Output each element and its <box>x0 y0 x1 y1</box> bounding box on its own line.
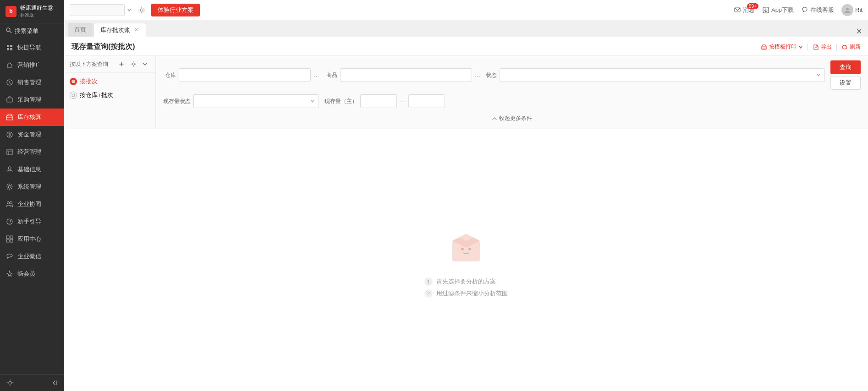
sidebar-item-label: 资金管理 <box>17 130 41 139</box>
operations-icon <box>5 148 14 156</box>
sidebar-footer <box>0 374 64 391</box>
warehouse-label: 仓库 <box>163 71 176 79</box>
sidebar-nav: 快捷导航 营销推广 销售管理 采购管理 <box>0 39 64 374</box>
query-btn[interactable]: 查询 <box>830 60 861 74</box>
sidebar-item-marketing[interactable]: 营销推广 <box>0 56 64 74</box>
tab-inventory-batch[interactable]: 库存批次账 ✕ <box>93 23 146 37</box>
goods-more-btn[interactable]: … <box>475 72 480 78</box>
sidebar-item-operations[interactable]: 经营管理 <box>0 143 64 161</box>
sidebar-item-basic[interactable]: 基础信息 <box>0 161 64 178</box>
user-avatar-btn[interactable]: Rit <box>841 4 863 16</box>
sidebar-item-enterprise-wechat[interactable]: 企业微信 <box>0 248 64 265</box>
empty-hint-2: 2 用过滤条件来缩小分析范围 <box>424 289 508 298</box>
sidebar-item-finance[interactable]: 资金管理 <box>0 126 64 143</box>
app-download-btn[interactable]: App下载 <box>762 6 794 14</box>
filter-sidebar: 按以下方案查询 <box>64 56 156 129</box>
svg-point-31 <box>846 8 849 11</box>
panel-close-btn[interactable]: ✕ <box>853 26 864 37</box>
refresh-label: 刷新 <box>850 43 861 51</box>
sidebar-item-label: 销售管理 <box>17 78 41 87</box>
schema-item-batch[interactable]: 按批次 <box>64 75 155 88</box>
app-download-label: App下载 <box>771 6 794 14</box>
goods-input[interactable] <box>340 68 472 82</box>
messages-badge: 99+ <box>747 3 758 9</box>
topbar-dropdown-btn[interactable] <box>126 7 132 13</box>
svg-point-0 <box>6 28 10 32</box>
empty-state: 1 请先选择要分析的方案 2 用过滤条件来缩小分析范围 <box>64 129 868 391</box>
sidebar-item-app-center[interactable]: 应用中心 <box>0 230 64 248</box>
warehouse-input[interactable] <box>179 68 311 82</box>
schema-warehouse-batch-label: 按仓库+批次 <box>80 91 113 99</box>
hint-text-2: 用过滤条件来缩小分析范围 <box>436 289 508 298</box>
stock-qty-label: 现存量（主） <box>324 98 357 105</box>
sidebar-item-quick-nav[interactable]: 快捷导航 <box>0 39 64 56</box>
svg-point-25 <box>9 381 11 384</box>
sidebar-header: b 畅康通好生意 标准版 <box>0 0 64 23</box>
empty-hints: 1 请先选择要分析的方案 2 用过滤条件来缩小分析范围 <box>424 277 508 298</box>
sidebar-item-system[interactable]: 系统管理 <box>0 178 64 196</box>
page-header-actions: 按模板打印 导出 刷新 <box>761 43 861 51</box>
filter-sidebar-header-actions <box>117 60 150 69</box>
sidebar-item-label: 系统管理 <box>17 183 41 191</box>
sidebar-item-inventory[interactable]: 库存核算 <box>0 109 64 126</box>
page-header: 现存量查询(按批次) 按模板打印 导出 刷新 <box>64 37 868 56</box>
collapse-schema-btn[interactable] <box>141 60 150 69</box>
add-schema-btn[interactable] <box>117 60 126 69</box>
svg-rect-7 <box>7 98 12 102</box>
marketing-icon <box>5 61 14 69</box>
stock-qty-min-input[interactable] <box>360 94 397 108</box>
topbar-search-input[interactable] <box>70 4 125 16</box>
divider-1 <box>808 43 808 51</box>
settings-footer-icon[interactable] <box>5 378 15 387</box>
svg-point-16 <box>7 201 10 204</box>
tab-close-icon[interactable]: ✕ <box>133 27 139 33</box>
sidebar-item-new-guide[interactable]: 新手引导 <box>0 213 64 230</box>
collapse-btn[interactable]: 收起更多条件 <box>492 113 532 124</box>
refresh-btn[interactable]: 刷新 <box>841 43 861 51</box>
messages-btn[interactable]: 消息 99+ <box>734 6 755 14</box>
export-btn[interactable]: 导出 <box>813 43 832 51</box>
sidebar-item-purchase[interactable]: 采购管理 <box>0 91 64 109</box>
sidebar-search[interactable]: 搜索菜单 <box>0 23 64 39</box>
topbar-search-box <box>70 4 132 16</box>
warehouse-more-btn[interactable]: … <box>313 72 319 78</box>
member-icon <box>5 270 14 278</box>
filter-sidebar-title: 按以下方案查询 <box>70 60 108 68</box>
schema-active-icon <box>70 78 77 85</box>
stock-qty-max-input[interactable] <box>408 94 445 108</box>
app-info: 畅康通好生意 标准版 <box>20 5 53 18</box>
export-label: 导出 <box>821 43 832 51</box>
sidebar-item-enterprise-collab[interactable]: 企业协同 <box>0 196 64 213</box>
sidebar-item-member[interactable]: 畅会员 <box>0 265 64 282</box>
status-select[interactable] <box>500 68 825 82</box>
svg-rect-22 <box>6 239 9 242</box>
stock-status-select[interactable] <box>193 94 319 108</box>
topbar-settings-icon[interactable] <box>136 4 148 16</box>
svg-point-15 <box>8 185 11 188</box>
collapse-sidebar-icon[interactable] <box>49 378 59 387</box>
settings-btn[interactable]: 设置 <box>830 76 861 90</box>
empty-illustration <box>443 223 489 268</box>
print-btn[interactable]: 按模板打印 <box>761 43 803 51</box>
online-service-btn[interactable]: 在线客服 <box>801 6 834 14</box>
user-avatar <box>841 4 853 16</box>
page-title: 现存量查询(按批次) <box>71 42 135 52</box>
inventory-icon <box>5 113 14 121</box>
schema-outline-icon <box>70 92 77 99</box>
filter-sidebar-header: 按以下方案查询 <box>64 56 155 73</box>
experience-btn[interactable]: 体验行业方案 <box>151 4 200 16</box>
topbar: 体验行业方案 消息 99+ App下载 在线客服 <box>64 0 868 20</box>
schema-item-warehouse-batch[interactable]: 按仓库+批次 <box>64 88 155 102</box>
company-name: 畅康通好生意 <box>20 5 53 12</box>
tab-home[interactable]: 首页 <box>68 23 93 37</box>
topbar-left: 体验行业方案 <box>70 4 728 16</box>
empty-hint-1: 1 请先选择要分析的方案 <box>424 277 508 286</box>
filter-status-field: 状态 <box>486 68 825 82</box>
sidebar-item-sales[interactable]: 销售管理 <box>0 74 64 91</box>
sidebar-item-label: 库存核算 <box>17 113 41 121</box>
schema-settings-btn[interactable] <box>129 60 138 69</box>
svg-point-19 <box>9 223 10 223</box>
sales-icon <box>5 78 14 87</box>
svg-line-1 <box>10 32 12 33</box>
sidebar-item-label: 营销推广 <box>17 61 41 69</box>
